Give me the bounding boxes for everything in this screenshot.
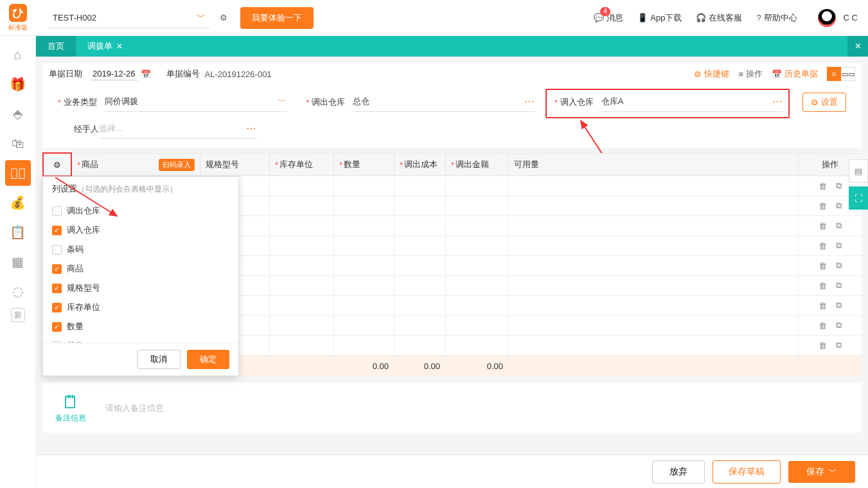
column-option[interactable]: ✓数量 (52, 317, 229, 336)
checkbox-icon: ✓ (52, 303, 62, 312)
sidebar-clipboard-icon[interactable]: 📋 (5, 219, 31, 245)
docnum-label: 单据编号 (166, 68, 200, 80)
column-option-label: 调出仓库 (67, 205, 100, 217)
save-draft-button[interactable]: 保存草稿 (713, 460, 781, 483)
col-qty: 数量 (334, 154, 394, 176)
help-link[interactable]: ? 帮助中心 (756, 12, 797, 24)
checkbox-icon: ✓ (52, 264, 62, 274)
more-icon: ⋯ (524, 95, 535, 107)
notes-panel-icon[interactable]: ▤ (849, 159, 868, 183)
delete-icon[interactable]: 🗑 (819, 341, 827, 350)
ops-link[interactable]: ≡操作 (738, 68, 763, 80)
sidebar-warehouse-icon[interactable]: ⌷⌷ (5, 160, 31, 186)
chevron-down-icon: ﹀ (197, 12, 206, 23)
chevron-down-icon: ﹀ (278, 96, 287, 107)
copy-icon[interactable]: ⧉ (836, 240, 842, 251)
cta-button[interactable]: 我要体验一下 (240, 7, 314, 29)
column-settings-button[interactable]: ⚙ (42, 154, 72, 176)
remark-input[interactable] (105, 403, 849, 413)
calendar-icon[interactable]: 📅 (141, 69, 151, 79)
download-link[interactable]: 📱 App下载 (637, 12, 682, 24)
logo: ひ 标准版 (0, 4, 36, 32)
support-link[interactable]: 🎧 在线客服 (696, 12, 742, 24)
messages-link[interactable]: 💬 消息 4 (594, 12, 623, 24)
settings-button[interactable]: ⚙设置 (802, 93, 846, 112)
delete-icon[interactable]: 🗑 (819, 181, 827, 191)
view-toggle: ≡ ▭▭ (827, 67, 855, 81)
biz-type-select[interactable]: 同价调拨 ﹀ (105, 93, 287, 112)
field-out-warehouse: *调出仓库 总仓 ⋯ (306, 93, 535, 112)
checkbox-icon: ✓ (52, 284, 62, 293)
close-icon[interactable]: ✕ (116, 42, 123, 51)
shortcut-link[interactable]: ⚙快捷键 (694, 68, 729, 80)
gear-icon: ⚙ (53, 160, 61, 170)
copy-icon[interactable]: ⧉ (836, 320, 842, 330)
out-warehouse-select[interactable]: 总仓 ⋯ (353, 93, 535, 112)
delete-icon[interactable]: 🗑 (819, 281, 827, 291)
tabs-close-all[interactable]: ✕ (847, 36, 868, 57)
scan-button[interactable]: 扫码录入 (159, 159, 195, 171)
sidebar-report-icon[interactable]: ▦ (5, 249, 31, 275)
form-row-1: *业务类型 同价调拨 ﹀ *调出仓库 总仓 ⋯ *调入仓库 仓库A ⋯ ⚙设置 (42, 87, 862, 117)
delete-icon[interactable]: 🗑 (819, 201, 827, 211)
foot-cost: 0.00 (394, 356, 446, 376)
view-list-icon[interactable]: ≡ (827, 67, 841, 81)
discard-button[interactable]: 放弃 (652, 460, 705, 483)
column-option[interactable]: 单位2 (52, 336, 229, 343)
copy-icon[interactable]: ⧉ (836, 300, 842, 311)
history-link[interactable]: 📅历史单据 (772, 68, 818, 80)
date-value[interactable]: 2019-12-26 (90, 68, 138, 80)
handler-input[interactable] (99, 123, 246, 133)
column-option[interactable]: ✓商品 (52, 259, 229, 278)
note-icon: 🗒 (62, 392, 80, 413)
sidebar-home-icon[interactable]: ⌂ (5, 42, 31, 68)
tab-home[interactable]: 首页 (36, 36, 76, 57)
settings-icon[interactable]: ⚙ (220, 13, 227, 23)
expand-icon[interactable]: ⛶ (849, 186, 868, 210)
sidebar-gift-icon[interactable]: 🎁 (5, 71, 31, 97)
column-option[interactable]: 调出仓库 (52, 201, 229, 221)
sidebar: ⌂ 🎁 ⬘ 🛍 ⌷⌷ 💰 📋 ▦ ◌ 新 (0, 36, 36, 488)
save-button[interactable]: 保存﹀ (788, 461, 855, 483)
view-grid-icon[interactable]: ▭▭ (841, 67, 855, 81)
org-selector[interactable]: TEST-H002 ﹀ (49, 8, 209, 28)
sidebar-new-icon[interactable]: 新 (11, 308, 25, 322)
messages-badge: 4 (600, 7, 610, 16)
copy-icon[interactable]: ⧉ (836, 221, 842, 231)
document-header: 单据日期 2019-12-26 📅 单据编号 AL-20191226-001 ⚙… (42, 63, 862, 87)
copy-icon[interactable]: ⧉ (836, 201, 842, 211)
copy-icon[interactable]: ⧉ (836, 260, 842, 271)
copy-icon[interactable]: ⧉ (836, 340, 842, 350)
copy-icon[interactable]: ⧉ (836, 280, 842, 291)
sidebar-money-icon[interactable]: 💰 (5, 190, 31, 215)
checkbox-icon (52, 341, 62, 343)
date-label: 单据日期 (49, 68, 82, 80)
in-warehouse-select[interactable]: 仓库A ⋯ (601, 93, 783, 112)
tab-current[interactable]: 调拨单 ✕ (76, 36, 134, 57)
delete-icon[interactable]: 🗑 (819, 241, 827, 251)
sidebar-shop-icon[interactable]: ⬘ (5, 101, 31, 127)
sidebar-ring-icon[interactable]: ◌ (5, 278, 31, 304)
column-option[interactable]: ✓库存单位 (52, 298, 229, 317)
menu-icon: ≡ (738, 69, 743, 79)
delete-icon[interactable]: 🗑 (819, 261, 827, 271)
col-cost: 调出成本 (394, 154, 446, 176)
delete-icon[interactable]: 🗑 (819, 221, 827, 231)
sidebar-bag-icon[interactable]: 🛍 (5, 131, 31, 156)
column-settings-popup: 列设置（勾选的列会在表格中显示） 调出仓库✓调入仓库条码✓商品✓规格型号✓库存单… (42, 176, 239, 376)
org-selector-value: TEST-H002 (53, 13, 96, 23)
column-option[interactable]: ✓调入仓库 (52, 221, 229, 240)
column-list[interactable]: 调出仓库✓调入仓库条码✓商品✓规格型号✓库存单位✓数量单位2 (43, 201, 238, 343)
column-option[interactable]: ✓规格型号 (52, 278, 229, 298)
handler-select[interactable]: ⋯ (99, 120, 257, 139)
col-product: 商品扫码录入 (72, 154, 200, 176)
popup-ok-button[interactable]: 确定 (187, 350, 229, 369)
user-menu[interactable]: C C (811, 9, 858, 27)
column-option[interactable]: 条码 (52, 240, 229, 259)
delete-icon[interactable]: 🗑 (819, 301, 827, 311)
foot-qty: 0.00 (334, 356, 394, 376)
copy-icon[interactable]: ⧉ (836, 181, 842, 191)
popup-cancel-button[interactable]: 取消 (137, 350, 181, 369)
column-option-label: 单位2 (67, 340, 88, 343)
delete-icon[interactable]: 🗑 (819, 321, 827, 330)
